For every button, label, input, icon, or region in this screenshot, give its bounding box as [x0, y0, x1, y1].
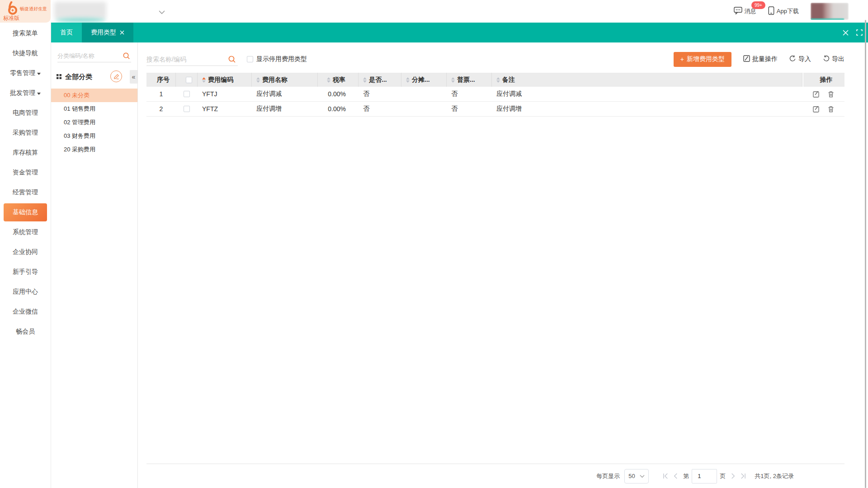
sort-icon[interactable]: [327, 77, 330, 83]
sidebar-item-retail[interactable]: 零售管理: [0, 63, 51, 83]
col-invoice[interactable]: 普票...: [447, 73, 492, 87]
chevron-down-icon[interactable]: [158, 9, 165, 17]
sidebar-item-inventory[interactable]: 库存核算: [0, 143, 51, 163]
collapse-panel-button[interactable]: «: [130, 70, 137, 84]
table-row: 1 YFTJ 应付调减 0.00% 否 否 应付调减: [146, 87, 844, 102]
sort-icon[interactable]: [202, 77, 206, 83]
sidebar-item-wechat-work[interactable]: 企业微信: [0, 302, 51, 322]
sidebar-item-ecommerce[interactable]: 电商管理: [0, 103, 51, 123]
sidebar-item-member[interactable]: 畅会员: [0, 322, 51, 342]
page-suffix: 页: [720, 472, 726, 480]
category-search: [57, 50, 131, 62]
caret-down-icon: [37, 73, 41, 75]
edit-icon[interactable]: [813, 106, 820, 113]
sidebar-item-operations[interactable]: 经营管理: [0, 183, 51, 202]
col-select: [176, 73, 198, 87]
page-prefix: 第: [683, 472, 689, 480]
sidebar-item-beginner-guide[interactable]: 新手引导: [0, 262, 51, 282]
show-disabled-checkbox[interactable]: [247, 56, 253, 62]
select-all-checkbox[interactable]: [186, 77, 192, 83]
cell-seq: 1: [146, 90, 176, 98]
toolbar-actions: + 新增费用类型 批量操作 导入: [674, 52, 844, 67]
cell-tax: 0.00%: [318, 105, 359, 113]
phone-icon: [768, 6, 774, 16]
col-code[interactable]: 费用编码: [198, 73, 252, 87]
import-button[interactable]: 导入: [789, 55, 811, 63]
sidebar-item-quick-nav[interactable]: 快捷导航: [0, 43, 51, 63]
category-list: 00 未分类 01 销售费用 02 管理费用 03 财务费用 20 采购费用: [51, 89, 137, 156]
delete-icon[interactable]: [828, 106, 834, 113]
export-icon: [823, 55, 830, 63]
tab-close-icon[interactable]: [120, 29, 124, 36]
sort-icon[interactable]: [256, 77, 260, 83]
edit-icon[interactable]: [813, 91, 820, 98]
app-download-button[interactable]: App下载: [768, 6, 799, 16]
export-button[interactable]: 导出: [823, 55, 844, 63]
logo: 畅捷通好生意 标准版: [0, 0, 51, 23]
search-icon[interactable]: [228, 55, 236, 65]
chevron-down-icon: [640, 474, 645, 478]
vertical-scrollbar[interactable]: [865, 20, 866, 488]
tab-expense-type[interactable]: 费用类型: [82, 23, 133, 42]
col-operations: 操作: [802, 73, 844, 87]
sidebar-item-search-menu[interactable]: 搜索菜单: [0, 23, 51, 43]
row-checkbox[interactable]: [184, 106, 190, 112]
tabbar-controls: [842, 23, 868, 42]
col-seq: 序号: [146, 73, 176, 87]
sort-icon[interactable]: [406, 77, 410, 83]
col-remark[interactable]: 备注: [492, 73, 802, 87]
col-yn[interactable]: 是否...: [359, 73, 401, 87]
brand-name: 畅捷通好生意: [20, 6, 47, 12]
redaction-artifact: [55, 18, 106, 22]
table-search-input[interactable]: [146, 52, 238, 66]
category-item-sales-expense[interactable]: 01 销售费用: [51, 102, 137, 116]
messages-button[interactable]: 消息 99+: [734, 7, 756, 16]
category-item-finance-expense[interactable]: 03 财务费用: [51, 129, 137, 143]
prev-page-button[interactable]: [671, 473, 680, 479]
last-page-button[interactable]: [738, 473, 748, 479]
cell-code: YFTJ: [198, 90, 252, 98]
edit-category-button[interactable]: [110, 70, 122, 82]
sidebar-item-funds[interactable]: 资金管理: [0, 163, 51, 183]
sort-icon[interactable]: [363, 77, 367, 83]
category-panel: 全部分类 « 00 未分类 01 销售费用 02 管理费用 03 财务费用 20…: [51, 42, 138, 488]
category-item-uncategorized[interactable]: 00 未分类: [51, 89, 137, 102]
avatar[interactable]: [811, 3, 849, 20]
sidebar-item-app-center[interactable]: 应用中心: [0, 282, 51, 302]
next-page-button[interactable]: [728, 473, 738, 479]
category-item-admin-expense[interactable]: 02 管理费用: [51, 116, 137, 129]
fullscreen-icon[interactable]: [856, 29, 863, 36]
table-search: [146, 52, 238, 66]
sort-icon[interactable]: [496, 77, 500, 83]
col-name[interactable]: 费用名称: [252, 73, 318, 87]
batch-operations-button[interactable]: 批量操作: [743, 55, 778, 63]
delete-icon[interactable]: [828, 91, 834, 98]
search-icon[interactable]: [123, 52, 130, 61]
page-number-input[interactable]: [692, 469, 717, 483]
top-header: 畅捷通好生意 标准版 消息 99+: [0, 0, 868, 23]
close-all-icon[interactable]: [842, 29, 849, 36]
tab-home[interactable]: 首页: [51, 23, 82, 42]
col-tax[interactable]: 税率: [318, 73, 359, 87]
category-search-input[interactable]: [57, 50, 131, 62]
app-download-label: App下载: [777, 7, 799, 15]
sidebar-item-collaboration[interactable]: 企业协同: [0, 242, 51, 262]
cell-seq: 2: [146, 105, 176, 113]
col-share[interactable]: 分摊...: [401, 73, 447, 87]
first-page-button[interactable]: [660, 473, 671, 479]
add-expense-type-button[interactable]: + 新增费用类型: [674, 52, 731, 67]
per-page-select[interactable]: 50: [624, 469, 649, 483]
sidebar-item-basic-info[interactable]: 基础信息: [4, 203, 47, 221]
sidebar-item-wholesale[interactable]: 批发管理: [0, 83, 51, 103]
row-checkbox[interactable]: [184, 91, 190, 97]
cell-yn: 否: [359, 105, 401, 113]
cell-invoice: 否: [447, 105, 492, 113]
sidebar-item-purchase[interactable]: 采购管理: [0, 123, 51, 143]
category-item-purchase-expense[interactable]: 20 采购费用: [51, 143, 137, 156]
records-summary: 共1页, 2条记录: [755, 472, 794, 480]
cell-operations: [802, 91, 844, 98]
cell-name: 应付调减: [252, 90, 318, 98]
sidebar-item-system[interactable]: 系统管理: [0, 222, 51, 242]
sort-icon[interactable]: [451, 77, 455, 83]
grid-icon: [57, 73, 61, 81]
